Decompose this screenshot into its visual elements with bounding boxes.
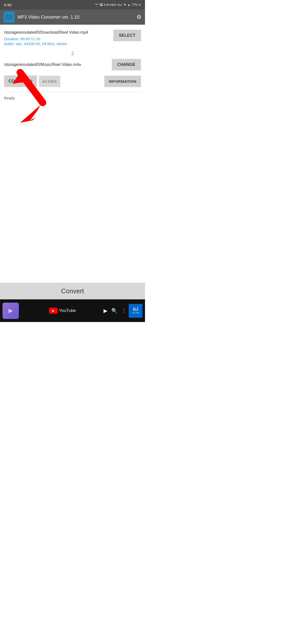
bottom-navigation-bar: YouTube ▶ 🔍 ⋮ GJ TO USE	[0, 299, 145, 322]
battery-percent: 77%	[131, 3, 137, 7]
main-content: /storage/emulated/0/Download/Reel Video.…	[0, 25, 145, 106]
gj-badge: GJ TO USE	[129, 304, 142, 318]
status-time: 6:49	[4, 3, 11, 7]
convert-button[interactable]: Convert	[0, 283, 145, 299]
copy-aac-button[interactable]: COPY(AAC)	[4, 75, 37, 87]
settings-icon[interactable]: ⚙	[136, 14, 141, 20]
status-text: Ready	[4, 95, 141, 101]
youtube-controls: ▶ 🔍 ⋮	[104, 308, 127, 314]
convert-bar: Convert	[0, 283, 145, 299]
select-button[interactable]: SELECT	[113, 30, 141, 41]
app-logo	[4, 12, 15, 23]
wifi-icon: ▼	[123, 3, 126, 7]
source-file-info: /storage/emulated/0/Download/Reel Video.…	[4, 30, 110, 46]
battery-icon: ⊙	[138, 3, 141, 7]
source-file-section: /storage/emulated/0/Download/Reel Video.…	[4, 30, 141, 46]
more-icon[interactable]: ⋮	[122, 308, 127, 314]
source-file-duration: Duration: 00:00:11.10	[4, 37, 110, 41]
arrow-down-icon: ⇓	[4, 50, 141, 57]
signal-icon: ▲	[127, 3, 130, 7]
gallery-icon: 🖼	[100, 3, 103, 7]
to-use-label: TO USE	[132, 312, 139, 314]
output-file-path: /storage/emulated/0/Music/Reel Video.m4a	[4, 62, 109, 67]
divider	[4, 92, 141, 92]
data-speed: 8.00 KB/S	[104, 3, 116, 6]
play-icon[interactable]: ▶	[104, 308, 107, 314]
youtube-label: YouTube	[59, 308, 76, 313]
network-label: Vo∞	[117, 3, 122, 6]
information-button[interactable]: INFORMATION	[104, 76, 141, 87]
status-bar: 6:49 📷 🖼 8.00 KB/S Vo∞ ▼ ▲ 77% ⊙	[0, 0, 145, 10]
youtube-logo[interactable]: YouTube	[49, 308, 76, 314]
action-buttons-row: COPY(AAC) 64 KB/S INFORMATION	[4, 75, 141, 87]
app-title: MP3 Video Converter ver. 1.10	[18, 15, 133, 20]
instagram-icon: 📷	[95, 3, 99, 7]
app-bar: MP3 Video Converter ver. 1.10 ⚙	[0, 10, 145, 25]
bitrate-button[interactable]: 64 KB/S	[39, 76, 60, 87]
youtube-logo-area: YouTube	[21, 308, 104, 314]
source-file-audio: Audio: aac, 44100 Hz, 64 kb/s, stereo	[4, 42, 110, 46]
output-file-section: /storage/emulated/0/Music/Reel Video.m4a…	[4, 59, 141, 70]
youtube-icon	[49, 308, 58, 314]
youtube-thumbnail	[3, 303, 19, 319]
status-icons: 📷 🖼 8.00 KB/S Vo∞ ▼ ▲ 77% ⊙	[95, 3, 141, 7]
source-file-path: /storage/emulated/0/Download/Reel Video.…	[4, 30, 110, 35]
search-icon[interactable]: 🔍	[111, 308, 118, 314]
change-button[interactable]: CHANGE	[112, 59, 141, 70]
gj-label: GJ	[133, 307, 138, 311]
